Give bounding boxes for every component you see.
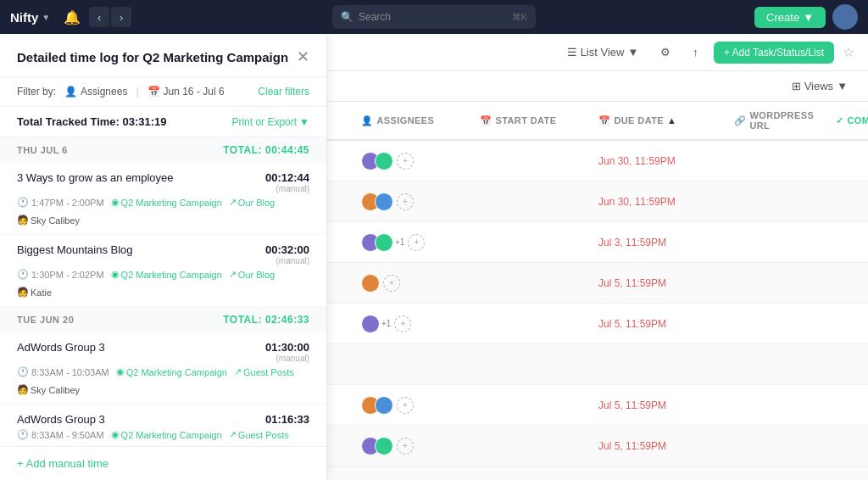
search-bar[interactable]: 🔍 Search ⌘K [332, 5, 536, 29]
table-row[interactable]: +Jul 5, 11:59PM [327, 263, 868, 304]
clear-filters-button[interactable]: Clear filters [258, 86, 309, 98]
avatar-group: + [361, 274, 400, 293]
td-completed[interactable] [829, 154, 854, 168]
filter-divider: | [136, 86, 138, 98]
modal-title: Detailed time log for Q2 Marketing Campa… [17, 50, 288, 64]
table-row[interactable]: +Jul 5, 11:59PM [327, 426, 868, 466]
td-wordpress-url[interactable] [727, 317, 829, 331]
td-wordpress-url[interactable] [727, 358, 829, 371]
th-wordpress-url[interactable]: 🔗 Wordpress URL [727, 102, 829, 139]
views-button[interactable]: ⊞ Views ▼ [785, 76, 854, 96]
td-assignees: + [354, 430, 473, 462]
entry-duration: 01:30:00 [265, 341, 309, 354]
app-logo[interactable]: Nifty ▼ [10, 10, 50, 25]
td-wordpress-url[interactable] [727, 236, 829, 249]
modal-close-button[interactable]: ✕ [297, 49, 309, 64]
td-start-date[interactable] [473, 358, 592, 371]
user-avatar[interactable] [832, 4, 858, 30]
td-start-date[interactable] [473, 399, 592, 412]
td-due-date[interactable]: Jul 3, 11:59PM [592, 230, 727, 255]
assignees-filter[interactable]: 👤 Assignees [64, 86, 127, 98]
entry-duration: 00:32:00 [265, 243, 309, 256]
th-start-date[interactable]: 📅 Start Date [473, 102, 592, 139]
td-due-date[interactable]: Jun 30, 11:59PM [592, 148, 727, 174]
avatar [361, 315, 380, 333]
td-start-date[interactable] [473, 154, 592, 168]
td-start-date[interactable] [473, 236, 592, 249]
avatar [361, 274, 380, 293]
entry-user: 🧑 Sky Calibey [17, 384, 80, 395]
list-arrow-icon: ↗ [234, 366, 242, 377]
td-task [341, 399, 354, 412]
td-due-date[interactable]: Jul 5, 11:59PM [592, 393, 727, 418]
date-filter[interactable]: 📅 Jun 16 - Jul 6 [147, 86, 225, 98]
td-completed[interactable] [829, 358, 854, 371]
td-wordpress-url[interactable] [727, 154, 829, 168]
td-completed[interactable] [829, 236, 854, 249]
assignees-col-icon: 👤 [361, 115, 373, 126]
td-completed[interactable] [829, 399, 854, 412]
entry-list[interactable]: ↗ Our Blog [229, 197, 275, 208]
avatar-group: + [361, 437, 414, 455]
add-member-button[interactable]: + [408, 234, 425, 251]
print-export-button[interactable]: Print or Export ▼ [231, 116, 309, 128]
table-row[interactable]: +Jun 30, 11:59PM [327, 181, 868, 222]
td-due-date[interactable]: Jun 30, 11:59PM [592, 189, 727, 215]
forward-button[interactable]: › [111, 7, 131, 27]
notification-bell-icon[interactable]: 🔔 [64, 9, 81, 25]
table-row[interactable]: +1+Jul 3, 11:59PM [327, 222, 868, 263]
td-completed[interactable] [829, 276, 854, 290]
td-start-date[interactable] [473, 195, 592, 209]
td-task [341, 195, 354, 209]
list-arrow-icon: ↗ [229, 197, 236, 208]
add-member-button[interactable]: + [394, 315, 411, 332]
add-member-button[interactable]: + [397, 438, 414, 455]
entry-project[interactable]: ◉ Q2 Marketing Campaign [111, 197, 222, 208]
entry-list[interactable]: ↗ Guest Posts [234, 366, 294, 377]
th-completed[interactable]: ✓ Completed + [829, 102, 854, 139]
td-completed[interactable] [829, 317, 854, 331]
list-view-button[interactable]: ☰ List View ▼ [560, 42, 646, 62]
td-wordpress-url[interactable] [727, 276, 829, 290]
entry-project[interactable]: ◉ Q2 Marketing Campaign [111, 429, 222, 440]
time-entry: AdWords Group 3 01:30:00 (manual) 🕐 8:33… [0, 332, 326, 405]
entry-list[interactable]: ↗ Our Blog [229, 269, 275, 280]
table-row[interactable]: +Jul 5, 11:59PM [327, 385, 868, 426]
td-wordpress-url[interactable] [727, 399, 829, 412]
th-due-date[interactable]: 📅 Due Date ▲ [592, 102, 727, 139]
entry-project[interactable]: ◉ Q2 Marketing Campaign [111, 269, 222, 280]
time-entry: Biggest Mountains Blog 00:32:00 (manual)… [0, 235, 326, 307]
entry-list[interactable]: ↗ Guest Posts [229, 429, 289, 440]
td-due-date[interactable]: Jul 5, 11:59PM [592, 433, 727, 459]
back-button[interactable]: ‹ [89, 7, 109, 27]
add-task-button[interactable]: + Add Task/Status/List [714, 42, 834, 64]
search-icon: 🔍 [341, 11, 353, 23]
add-manual-time-button[interactable]: + Add manual time [17, 457, 309, 470]
sort-icon: ▲ [667, 115, 676, 126]
td-completed[interactable] [829, 439, 854, 453]
td-start-date[interactable] [473, 439, 592, 453]
td-due-date[interactable] [592, 358, 727, 371]
td-due-date[interactable]: Jul 5, 11:59PM [592, 311, 727, 337]
table-row[interactable]: +Jun 30, 11:59PM [327, 141, 868, 181]
td-start-date[interactable] [473, 276, 592, 290]
table-row[interactable] [327, 344, 868, 385]
td-completed[interactable] [829, 195, 854, 209]
td-wordpress-url[interactable] [727, 195, 829, 209]
avatar [375, 233, 393, 252]
settings-button[interactable]: ⚙ [654, 42, 677, 62]
share-button[interactable]: ↑ [686, 42, 705, 62]
add-member-button[interactable]: + [397, 397, 414, 414]
td-wordpress-url[interactable] [727, 439, 829, 453]
td-due-date[interactable]: Jul 5, 11:59PM [592, 271, 727, 296]
day-header-tue-jun20: TUE JUN 20 TOTAL: 02:46:33 [0, 307, 326, 332]
star-button[interactable]: ☆ [843, 44, 854, 60]
th-assignees[interactable]: 👤 Assignees [354, 102, 473, 139]
add-member-button[interactable]: + [397, 153, 414, 170]
add-member-button[interactable]: + [397, 193, 414, 210]
add-member-button[interactable]: + [383, 275, 400, 292]
td-start-date[interactable] [473, 317, 592, 331]
create-button[interactable]: Create ▼ [754, 7, 826, 28]
table-row[interactable]: +1+Jul 5, 11:59PM [327, 304, 868, 344]
entry-project[interactable]: ◉ Q2 Marketing Campaign [116, 366, 227, 377]
